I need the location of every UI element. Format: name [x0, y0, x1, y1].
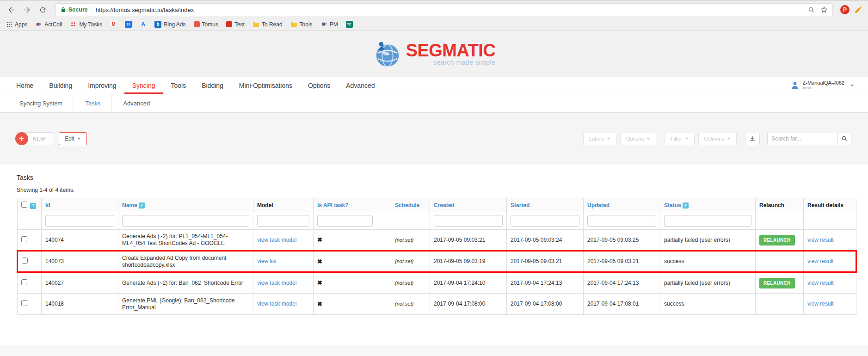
cell-created: 2017-09-05 09:03:19: [430, 251, 507, 272]
row-checkbox[interactable]: [21, 279, 27, 285]
lock-icon: [61, 6, 66, 13]
cell-name: Create Expanded Ad Copy from document sh…: [118, 251, 253, 272]
table-row-highlighted: 140073 Create Expanded Ad Copy from docu…: [18, 251, 856, 272]
relaunch-button[interactable]: RELAUNCH: [759, 278, 795, 288]
bookmark-apps[interactable]: Apps: [6, 21, 27, 28]
url-text: https://tomus.segmatic.io/tasks/index: [96, 6, 194, 13]
sort-id-link[interactable]: Id: [45, 202, 50, 209]
extension-pencil-icon[interactable]: [854, 6, 862, 14]
chevron-down-icon: [607, 138, 610, 140]
cell-started: 2017-09-04 17:08:00: [507, 294, 584, 315]
filter-status-input[interactable]: [664, 215, 751, 227]
labels-dropdown-button[interactable]: Labels: [583, 133, 616, 145]
view-list-link[interactable]: view list: [257, 258, 277, 264]
reload-icon[interactable]: [37, 4, 48, 15]
sort-updated-link[interactable]: Updated: [587, 202, 609, 209]
edit-dropdown-button[interactable]: Edit: [59, 132, 87, 145]
filter-name-input[interactable]: [122, 215, 249, 227]
columns-dropdown-button[interactable]: Columns: [698, 133, 737, 145]
view-task-model-link[interactable]: view task model: [257, 237, 296, 243]
subnav-tasks[interactable]: Tasks: [74, 94, 112, 112]
logo-title: SEGMATIC: [406, 41, 496, 60]
x-mark-icon: ✖: [317, 279, 322, 286]
bookmark-calendar[interactable]: 31: [125, 21, 132, 28]
sort-started-link[interactable]: Started: [511, 202, 529, 209]
view-result-link[interactable]: view result: [807, 258, 834, 264]
relaunch-button[interactable]: RELAUNCH: [759, 235, 795, 246]
search-input[interactable]: [767, 133, 837, 145]
select-all-checkbox[interactable]: [21, 202, 27, 208]
bookmark-tomus[interactable]: Tomus: [194, 21, 218, 28]
bookmark-analytics[interactable]: A: [140, 21, 147, 28]
sort-name-link[interactable]: Name: [122, 202, 137, 209]
options-dropdown-button[interactable]: Options: [620, 133, 656, 145]
address-bar[interactable]: Secure https://tomus.segmatic.io/tasks/i…: [55, 3, 833, 16]
bookmark-bing-ads[interactable]: b Bing Ads: [154, 21, 185, 28]
bookmark-to-read[interactable]: To Read: [252, 21, 283, 28]
search-button[interactable]: [837, 133, 851, 145]
filter-started-input[interactable]: [511, 215, 579, 227]
nav-tools[interactable]: Tools: [163, 77, 194, 94]
bing-icon: b: [154, 21, 161, 28]
bookmark-gmail[interactable]: M: [110, 21, 117, 28]
back-icon[interactable]: [6, 4, 17, 15]
subnav-syncing-system[interactable]: Syncing System: [8, 94, 74, 112]
view-task-model-link[interactable]: view task model: [257, 301, 296, 307]
nav-advanced[interactable]: Advanced: [338, 77, 382, 94]
bookmark-pm[interactable]: PM: [320, 21, 338, 28]
search-icon: [841, 135, 848, 142]
view-result-link[interactable]: view result: [807, 280, 834, 286]
filter-api-input[interactable]: [317, 215, 373, 227]
help-icon[interactable]: ?: [30, 203, 36, 209]
filter-id-input[interactable]: [45, 215, 114, 227]
nav-mini-optimisations[interactable]: Mini-Optimisations: [231, 77, 300, 94]
cell-name: Generate PML (Google): Ban_062_Shortcode…: [118, 294, 253, 315]
bookmark-tools[interactable]: Tools: [290, 21, 313, 28]
bookmark-test[interactable]: Test: [226, 21, 245, 28]
extension-p-icon[interactable]: P: [840, 5, 850, 14]
cell-id: 140073: [42, 251, 118, 272]
subnav-advanced[interactable]: Advanced: [112, 94, 161, 112]
cell-status: success: [660, 294, 756, 315]
cell-created: 2017-09-04 17:24:10: [430, 272, 507, 294]
nav-building[interactable]: Building: [41, 77, 80, 94]
edit-button-label: Edit: [65, 135, 74, 142]
row-checkbox[interactable]: [22, 258, 28, 264]
forward-icon[interactable]: [21, 4, 32, 15]
view-result-link[interactable]: view result: [807, 301, 834, 307]
globe-icon: [373, 39, 401, 68]
nav-bidding[interactable]: Bidding: [194, 77, 231, 94]
user-menu[interactable]: Z-ManualQA-#062 #280: [790, 77, 855, 94]
sort-status-link[interactable]: Status: [664, 202, 681, 209]
nav-home[interactable]: Home: [8, 77, 41, 94]
view-task-model-link[interactable]: view task model: [257, 280, 296, 286]
column-result-details: Result details: [807, 202, 843, 209]
nav-options[interactable]: Options: [300, 77, 338, 94]
cell-status: partially failed (user errors): [660, 230, 756, 251]
bookmark-tc[interactable]: TC: [346, 21, 353, 28]
sort-created-link[interactable]: Created: [434, 202, 455, 209]
tasks-summary: Showing 1-4 of 4 items.: [17, 187, 851, 193]
user-name: Z-ManualQA-#062: [803, 80, 845, 86]
help-icon[interactable]: ?: [139, 203, 145, 209]
help-icon[interactable]: ?: [683, 203, 689, 209]
address-separator: [92, 6, 92, 13]
bookmark-actcoll[interactable]: ActColl: [35, 21, 62, 28]
filter-updated-input[interactable]: [587, 215, 656, 227]
filter-model-input[interactable]: [257, 215, 309, 227]
row-checkbox[interactable]: [21, 236, 27, 242]
bookmark-my-tasks[interactable]: My Tasks: [70, 21, 102, 28]
nav-improving[interactable]: Improving: [80, 77, 124, 94]
zoom-icon[interactable]: [808, 6, 815, 13]
row-checkbox[interactable]: [21, 300, 27, 306]
sort-schedule-link[interactable]: Schedule: [395, 202, 419, 209]
download-button[interactable]: [745, 133, 760, 145]
filter-dropdown-button[interactable]: Filter: [665, 133, 694, 145]
view-result-link[interactable]: view result: [807, 237, 834, 243]
user-avatar-icon: [790, 81, 800, 90]
filter-created-input[interactable]: [434, 215, 503, 227]
bookmark-star-icon[interactable]: [820, 6, 828, 13]
sort-api-link[interactable]: Is API task?: [317, 202, 349, 209]
new-button[interactable]: + NEW: [17, 132, 53, 145]
nav-syncing[interactable]: Syncing: [124, 77, 163, 94]
